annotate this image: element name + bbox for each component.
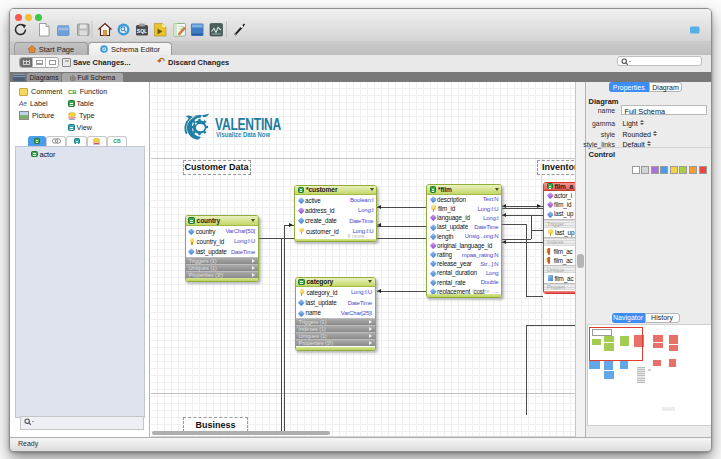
svg-text:SQL: SQL bbox=[137, 28, 147, 34]
